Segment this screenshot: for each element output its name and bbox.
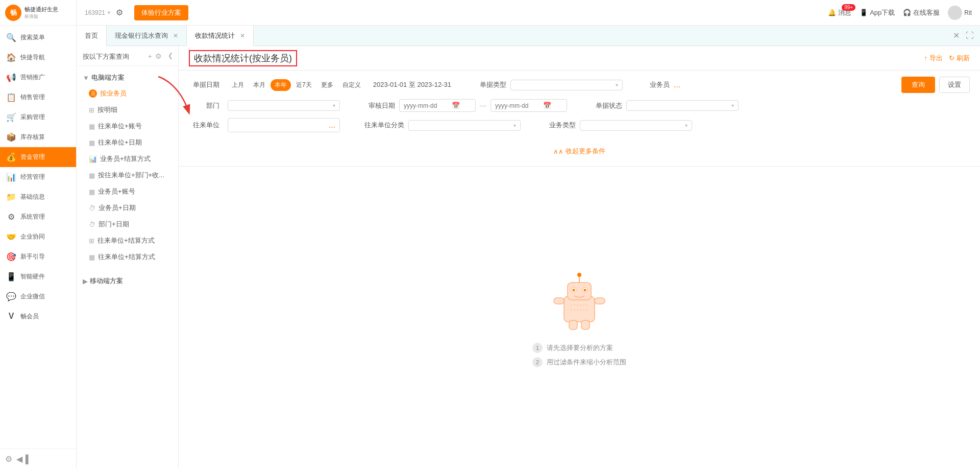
bell-icon: 🔔 bbox=[828, 9, 836, 16]
vip-icon: V bbox=[6, 312, 16, 321]
doc-status-arrow: ▾ bbox=[731, 103, 734, 108]
review-date-end-input[interactable]: 📅 bbox=[491, 99, 567, 112]
left-panel-settings-icon[interactable]: ⚙ bbox=[155, 52, 162, 61]
window-maximize-btn[interactable]: ⛶ bbox=[964, 29, 976, 42]
left-panel-add-icon[interactable]: + bbox=[148, 52, 152, 61]
sidebar-item-operation[interactable]: 📊 经营管理 bbox=[0, 167, 76, 187]
header-settings-icon[interactable]: ⚙ bbox=[116, 8, 123, 17]
doc-status-select[interactable]: ▾ bbox=[626, 100, 739, 111]
tree-child-supplier-date[interactable]: ▦ 往来单位+日期 bbox=[77, 134, 178, 151]
window-close-btn[interactable]: ✕ bbox=[951, 29, 962, 42]
dept-arrow: ▾ bbox=[333, 103, 335, 108]
base-icon: 📁 bbox=[6, 192, 16, 202]
salesperson-more-icon[interactable]: ... bbox=[674, 80, 680, 89]
counterpart-select[interactable]: ... bbox=[228, 118, 340, 132]
salesperson-settle-icon: 📊 bbox=[89, 155, 97, 163]
sidebar-item-fund[interactable]: 💰 资金管理 bbox=[0, 147, 76, 167]
tree-parent-desktop[interactable]: ▼ 电脑端方案 bbox=[77, 70, 178, 85]
filter-row-3: 往来单位 ... 往来单位分类 ▾ 业务类型 bbox=[189, 118, 970, 132]
tree-parent-mobile[interactable]: ▶ 移动端方案 bbox=[77, 273, 178, 289]
sidebar-item-purchase[interactable]: 🛒 采购管理 bbox=[0, 107, 76, 127]
tab-bank[interactable]: 现金银行流水查询 ✕ bbox=[107, 26, 187, 46]
tab-bank-close[interactable]: ✕ bbox=[173, 32, 178, 39]
user-avatar[interactable]: Rit bbox=[948, 6, 972, 20]
sidebar-item-enterprise[interactable]: 🤝 企业协同 bbox=[0, 227, 76, 247]
page-title-bar: 收款情况统计(按业务员) ↑ 导出 ↻ 刷新 bbox=[179, 46, 980, 71]
dept-select[interactable]: ▾ bbox=[228, 100, 340, 111]
tree-child-by-detail[interactable]: ⊞ 按明细 bbox=[77, 102, 178, 118]
left-panel-title: 按以下方案查询 bbox=[83, 52, 129, 61]
tree-mobile-label: 移动端方案 bbox=[90, 276, 123, 286]
date-tab-thisyear[interactable]: 本年 bbox=[271, 79, 291, 91]
doc-type-select[interactable]: ▾ bbox=[510, 80, 623, 90]
date-tab-more[interactable]: 更多 bbox=[317, 79, 337, 91]
svg-rect-8 bbox=[554, 298, 564, 304]
logo-icon: 畅 bbox=[5, 5, 21, 21]
counterpart-cat-select[interactable]: ▾ bbox=[408, 120, 521, 131]
collapse-button[interactable]: ∧∧ 收起更多条件 bbox=[549, 143, 609, 160]
tree-child-unit-dept[interactable]: ▦ 按往来单位+部门+收... bbox=[77, 167, 178, 183]
date-tab-thismonth[interactable]: 本月 bbox=[249, 79, 270, 91]
tab-collection[interactable]: 收款情况统计 ✕ bbox=[187, 26, 254, 46]
refresh-button[interactable]: ↻ 刷新 bbox=[949, 54, 970, 63]
sidebar-item-vip[interactable]: V 畅会员 bbox=[0, 307, 76, 326]
review-date-label: 审核日期 bbox=[364, 101, 395, 110]
date-tab-lastmonth[interactable]: 上月 bbox=[228, 79, 248, 91]
doc-status-filter: 单据状态 ▾ bbox=[592, 100, 739, 111]
date-tab-custom[interactable]: 自定义 bbox=[338, 79, 365, 91]
tree-child-supplier-settle2[interactable]: ▦ 往来单位+结算方式 bbox=[77, 249, 178, 265]
review-date-start-input[interactable]: 📅 bbox=[399, 99, 476, 112]
trial-button[interactable]: 体验行业方案 bbox=[134, 5, 188, 20]
left-panel-collapse-icon[interactable]: 《 bbox=[165, 52, 172, 61]
bottom-collapse-icon[interactable]: ◀▐ bbox=[16, 454, 28, 464]
trial-button-wrap: 体验行业方案 bbox=[134, 5, 188, 20]
export-button[interactable]: ↑ 导出 bbox=[924, 54, 943, 63]
search-icon: 🔍 bbox=[6, 33, 16, 42]
query-button[interactable]: 查询 bbox=[901, 77, 935, 93]
sidebar-item-base[interactable]: 📁 基础信息 bbox=[0, 187, 76, 207]
sidebar-item-hardware[interactable]: 📱 智能硬件 bbox=[0, 267, 76, 287]
review-date-start-field[interactable] bbox=[404, 102, 450, 109]
sidebar-item-marketing[interactable]: 📢 营销推广 bbox=[0, 67, 76, 87]
refresh-icon: ↻ bbox=[949, 54, 954, 62]
tab-home[interactable]: 首页 bbox=[77, 26, 107, 46]
notification-btn[interactable]: 🔔 消息 99+ bbox=[828, 8, 851, 17]
online-service-btn[interactable]: 🎧 在线客服 bbox=[903, 8, 940, 17]
tree-child-salesperson-settle[interactable]: 📊 业务员+结算方式 bbox=[77, 151, 178, 167]
tree-child-supplier-account[interactable]: ▦ 往来单位+账号 bbox=[77, 118, 178, 134]
tree-child-salesperson-date[interactable]: ⏱ 业务员+日期 bbox=[77, 200, 178, 216]
date-tab-7days[interactable]: 近7天 bbox=[292, 79, 316, 91]
sidebar-item-system[interactable]: ⚙ 系统管理 bbox=[0, 207, 76, 227]
tree-child-supplier-settle1[interactable]: ⊞ 往来单位+结算方式 bbox=[77, 232, 178, 249]
app-download-btn[interactable]: 📱 App下载 bbox=[860, 8, 895, 17]
svg-rect-9 bbox=[595, 298, 605, 304]
tab-collection-close[interactable]: ✕ bbox=[240, 32, 245, 39]
tip-num-2: 2 bbox=[532, 357, 543, 367]
bottom-settings-icon[interactable]: ⚙ bbox=[5, 454, 12, 464]
date-label: 单据日期 bbox=[189, 80, 219, 89]
tree-child-by-salesperson[interactable]: 员 按业务员 bbox=[77, 85, 178, 102]
settings-button[interactable]: 设置 bbox=[939, 77, 970, 93]
salesperson-filter: 业务员 ... bbox=[639, 80, 680, 89]
tree-mobile-arrow: ▶ bbox=[83, 277, 88, 285]
sidebar-item-wechat[interactable]: 💬 企业微信 bbox=[0, 287, 76, 307]
filter-row-2: 部门 ▾ 审核日期 📅 — 📅 bbox=[189, 99, 970, 112]
collapse-row: ∧∧ 收起更多条件 bbox=[189, 138, 970, 160]
tree-child-dept-date[interactable]: ⏱ 部门+日期 bbox=[77, 216, 178, 232]
breadcrumb-arrow: ▾ bbox=[107, 9, 111, 16]
download-icon: 📱 bbox=[860, 9, 868, 16]
salesperson-account-icon: ▦ bbox=[89, 188, 95, 196]
doc-type-label: 单据类型 bbox=[476, 80, 506, 89]
sidebar-item-shortcut[interactable]: 🏠 快捷导航 bbox=[0, 48, 76, 67]
tree-child-salesperson-account[interactable]: ▦ 业务员+账号 bbox=[77, 183, 178, 200]
sidebar-item-guide[interactable]: 🎯 新手引导 bbox=[0, 247, 76, 267]
review-date-end-field[interactable] bbox=[495, 102, 541, 109]
main-content: 163921 ▾ ⚙ 体验行业方案 🔔 消息 99+ 📱 App下载 🎧 在线客… bbox=[77, 0, 980, 469]
sidebar-item-sales[interactable]: 📋 销售管理 bbox=[0, 87, 76, 107]
sidebar-item-inventory[interactable]: 📦 库存核算 bbox=[0, 127, 76, 147]
sidebar-item-search[interactable]: 🔍 搜索菜单 bbox=[0, 28, 76, 48]
biz-type-select[interactable]: ▾ bbox=[580, 120, 692, 131]
breadcrumb-id: 163921 bbox=[85, 9, 105, 16]
export-icon: ↑ bbox=[924, 54, 928, 62]
supplier-account-icon: ▦ bbox=[89, 123, 95, 130]
